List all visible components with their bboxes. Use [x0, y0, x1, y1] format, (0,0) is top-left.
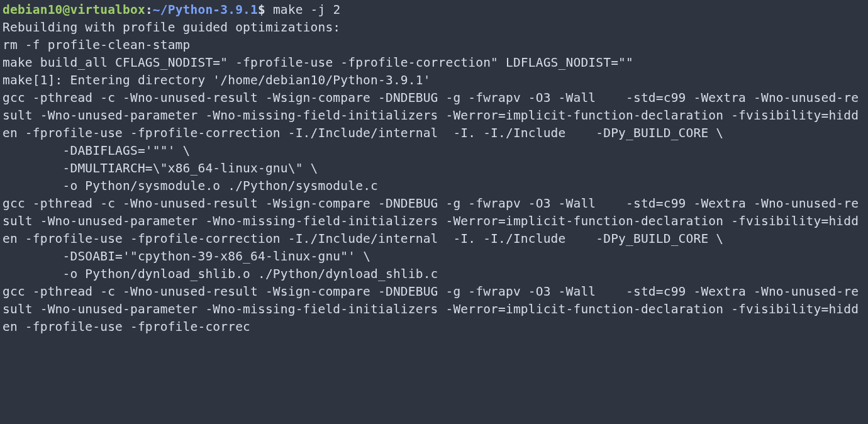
output-line: gcc -pthread -c -Wno-unused-result -Wsig… [3, 283, 865, 336]
output-line: -o Python/dynload_shlib.o ./Python/dynlo… [3, 265, 865, 283]
prompt-dollar: $ [258, 3, 265, 17]
terminal-output[interactable]: debian10@virtualbox:~/Python-3.9.1$ make… [0, 0, 868, 424]
output-line: -DSOABI='"cpython-39-x86_64-linux-gnu"' … [3, 248, 865, 265]
prompt-line: debian10@virtualbox:~/Python-3.9.1$ make… [3, 1, 865, 19]
prompt-user: debian10 [3, 3, 63, 17]
output-line: gcc -pthread -c -Wno-unused-result -Wsig… [3, 195, 865, 248]
output-line: -DMULTIARCH=\"x86_64-linux-gnu\" \ [3, 160, 865, 177]
output-line: rm -f profile-clean-stamp [3, 36, 865, 54]
prompt-path: ~/Python-3.9.1 [153, 3, 258, 17]
output-line: gcc -pthread -c -Wno-unused-result -Wsig… [3, 89, 865, 142]
prompt-at: @ [63, 3, 70, 17]
prompt-command: make -j 2 [265, 3, 340, 17]
output-line: Rebuilding with profile guided optimizat… [3, 19, 865, 36]
output-line: -DABIFLAGS='""' \ [3, 142, 865, 160]
output-line: make build_all CFLAGS_NODIST=" -fprofile… [3, 54, 865, 72]
output-line: -o Python/sysmodule.o ./Python/sysmodule… [3, 177, 865, 195]
prompt-colon: : [145, 3, 153, 17]
prompt-host: virtualbox [70, 3, 145, 17]
output-line: make[1]: Entering directory '/home/debia… [3, 72, 865, 89]
